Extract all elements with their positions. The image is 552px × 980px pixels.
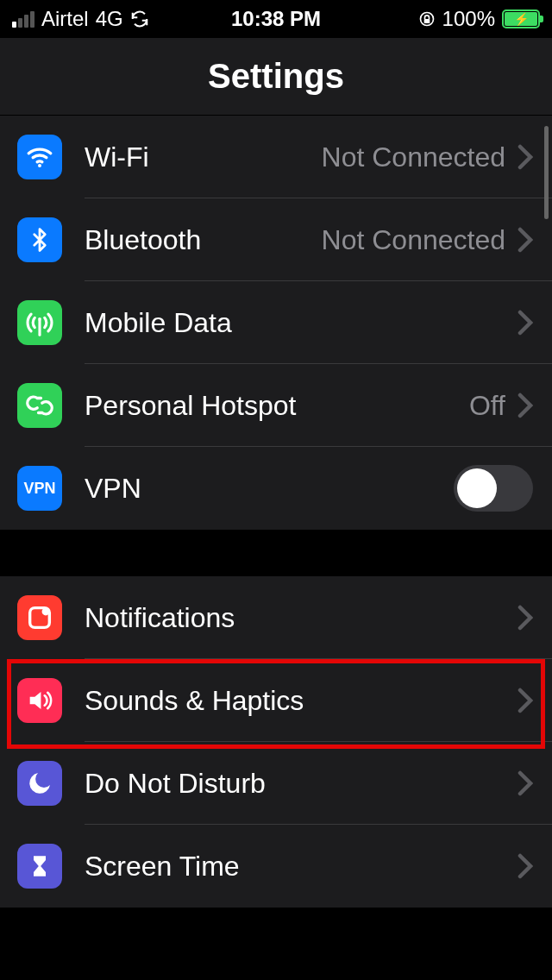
svg-point-4 bbox=[38, 317, 41, 321]
network-label: 4G bbox=[96, 7, 123, 31]
signal-icon bbox=[12, 11, 34, 28]
page-title: Settings bbox=[208, 57, 344, 96]
wifi-icon bbox=[17, 135, 62, 179]
row-mobile-data[interactable]: Mobile Data bbox=[0, 281, 552, 364]
svg-point-6 bbox=[42, 607, 50, 615]
nav-header: Settings bbox=[0, 38, 552, 116]
svg-point-2 bbox=[38, 164, 41, 167]
sounds-label: Sounds & Haptics bbox=[85, 685, 304, 717]
hourglass-icon bbox=[17, 844, 62, 889]
vpn-icon: VPN bbox=[17, 466, 62, 511]
speaker-icon bbox=[17, 678, 62, 723]
chevron-right-icon bbox=[518, 227, 533, 253]
row-screen-time[interactable]: Screen Time bbox=[0, 825, 552, 908]
battery-percent: 100% bbox=[442, 7, 495, 31]
battery-icon: ⚡ bbox=[502, 9, 540, 28]
chevron-right-icon bbox=[518, 853, 533, 879]
bluetooth-label: Bluetooth bbox=[85, 224, 201, 256]
row-sounds-haptics[interactable]: Sounds & Haptics bbox=[0, 659, 552, 742]
chevron-right-icon bbox=[518, 688, 533, 713]
row-wifi[interactable]: Wi-Fi Not Connected bbox=[0, 116, 552, 198]
chevron-right-icon bbox=[518, 770, 533, 796]
hotspot-value: Off bbox=[469, 390, 505, 422]
bluetooth-value: Not Connected bbox=[322, 224, 505, 256]
dnd-label: Do Not Disturb bbox=[85, 768, 266, 800]
mobile-data-label: Mobile Data bbox=[85, 307, 232, 339]
vpn-toggle[interactable] bbox=[454, 465, 533, 512]
notifications-label: Notifications bbox=[85, 602, 235, 634]
chevron-right-icon bbox=[518, 144, 533, 170]
carrier-label: Airtel bbox=[41, 7, 89, 31]
svg-rect-1 bbox=[423, 19, 430, 23]
row-vpn[interactable]: VPN VPN bbox=[0, 447, 552, 530]
vpn-label: VPN bbox=[85, 473, 141, 505]
row-bluetooth[interactable]: Bluetooth Not Connected bbox=[0, 198, 552, 281]
bluetooth-icon bbox=[17, 217, 62, 262]
antenna-icon bbox=[17, 300, 62, 345]
hotspot-label: Personal Hotspot bbox=[85, 390, 296, 422]
orientation-lock-icon bbox=[418, 10, 436, 28]
status-bar: Airtel 4G 10:38 PM 100% ⚡ bbox=[0, 0, 552, 38]
screen-time-label: Screen Time bbox=[85, 851, 240, 883]
sync-icon bbox=[130, 9, 149, 28]
chevron-right-icon bbox=[518, 310, 533, 336]
row-personal-hotspot[interactable]: Personal Hotspot Off bbox=[0, 364, 552, 447]
link-icon bbox=[17, 383, 62, 428]
row-do-not-disturb[interactable]: Do Not Disturb bbox=[0, 742, 552, 825]
wifi-value: Not Connected bbox=[322, 141, 505, 173]
scroll-indicator bbox=[544, 126, 549, 219]
row-notifications[interactable]: Notifications bbox=[0, 576, 552, 659]
clock: 10:38 PM bbox=[231, 7, 321, 31]
settings-group-connectivity: Wi-Fi Not Connected Bluetooth Not Connec… bbox=[0, 116, 552, 530]
chevron-right-icon bbox=[518, 605, 533, 631]
moon-icon bbox=[17, 761, 62, 806]
settings-group-system: Notifications Sounds & Haptics Do Not Di… bbox=[0, 576, 552, 908]
notifications-icon bbox=[17, 595, 62, 640]
chevron-right-icon bbox=[518, 393, 533, 418]
wifi-label: Wi-Fi bbox=[85, 141, 149, 173]
